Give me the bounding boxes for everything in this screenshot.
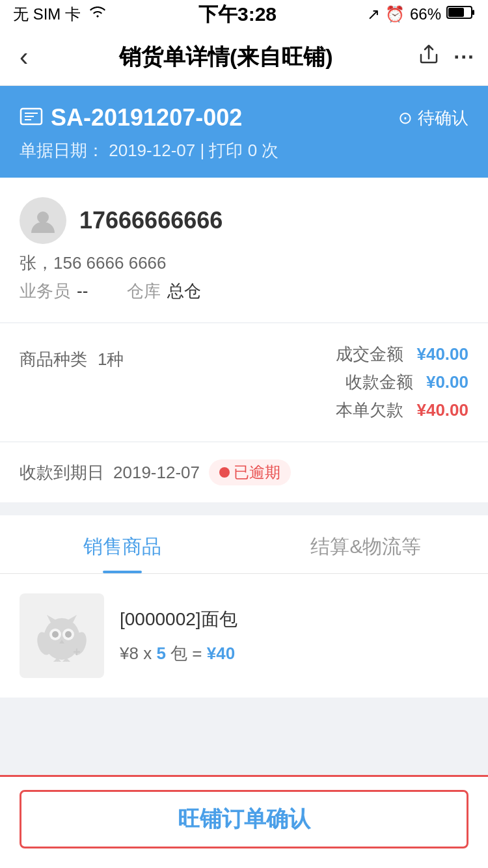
customer-phone: 17666666666 [79,207,223,234]
battery-label: 66% [410,5,441,23]
customer-row: 17666666666 [20,197,468,244]
time-display: 下午3:28 [198,1,277,28]
confirm-btn-container: 旺铺订单确认 [0,775,488,868]
product-type-value: 1种 [98,348,124,371]
amount-row: 成交金额 ¥40.00 [336,343,468,366]
total-price: ¥40 [207,644,235,663]
customer-meta: 业务员 -- 仓库 总仓 [20,280,468,303]
order-id-text: SA-20191207-002 [51,104,242,131]
product-type-label: 商品种类 [20,348,87,371]
confirm-order-button[interactable]: 旺铺订单确认 [20,790,468,848]
owed-label: 本单欠款 [336,399,403,422]
location-icon: ↗ [367,5,380,23]
customer-name-phone: 张，156 6666 6666 [20,252,468,275]
quantity: 5 [156,644,165,663]
salesman-label: 业务员 [20,280,70,303]
product-name: [0000002]面包 [120,607,468,632]
order-header: SA-20191207-002 ⊙ 待确认 单据日期： 2019-12-07 |… [0,86,488,178]
svg-rect-2 [448,8,464,17]
product-item: + [0000002]面包 ¥8 x 5 包 = ¥40 [0,574,488,698]
due-date-section: 收款到期日 2019-12-07 已逾期 [0,442,488,502]
equals-sign: = [192,644,206,663]
product-info: [0000002]面包 ¥8 x 5 包 = ¥40 [120,607,468,665]
wifi-icon [87,5,108,24]
order-icon [20,105,43,131]
warehouse-value: 总仓 [167,280,201,303]
nav-actions: ··· [417,43,475,72]
multiply-sign: x [143,644,156,663]
status-clock-icon: ⊙ [398,108,413,128]
customer-section: 17666666666 张，156 6666 6666 业务员 -- 仓库 总仓 [0,178,488,322]
svg-text:+: + [73,645,81,659]
salesman-value: -- [77,281,88,301]
nav-bar: ‹ 销货单详情(来自旺铺) ··· [0,29,488,86]
amount-value: ¥40.00 [416,344,468,364]
warehouse-label: 仓库 [127,280,161,303]
overdue-text: 已逾期 [234,462,280,483]
back-button[interactable]: ‹ [13,36,34,78]
customer-avatar [20,197,66,244]
received-value: ¥0.00 [426,372,468,392]
product-type: 商品种类 1种 [20,343,124,371]
due-date-value: 2019-12-07 [113,463,200,483]
owed-row: 本单欠款 ¥40.00 [336,399,468,422]
svg-point-7 [37,211,49,223]
overdue-dot-icon [219,467,230,478]
status-bar: 无 SIM 卡 下午3:28 ↗ ⏰ 66% [0,0,488,29]
received-label: 收款金额 [346,371,413,394]
received-row: 收款金额 ¥0.00 [346,371,468,394]
unit: 包 [170,644,187,663]
battery-icon [446,5,475,23]
more-icon[interactable]: ··· [454,45,475,69]
tab-settlement[interactable]: 结算&物流等 [244,515,488,573]
order-date: 单据日期： 2019-12-07 | 打印 0 次 [20,139,468,162]
order-status: ⊙ 待确认 [398,107,468,129]
product-price: ¥8 x 5 包 = ¥40 [120,642,468,665]
amount-label: 成交金额 [336,343,403,366]
warehouse-item: 仓库 总仓 [127,280,201,303]
page-title: 销货单详情(来自旺铺) [34,42,417,72]
status-right: ↗ ⏰ 66% [367,5,475,23]
svg-rect-1 [472,10,474,15]
order-id-row: SA-20191207-002 ⊙ 待确认 [20,104,468,131]
share-icon[interactable] [417,43,441,72]
svg-point-11 [52,631,59,638]
svg-point-12 [65,631,72,638]
unit-price: ¥8 [120,644,139,663]
status-text: 待确认 [418,107,468,129]
amounts: 成交金额 ¥40.00 收款金额 ¥0.00 本单欠款 ¥40.00 [336,343,468,422]
owed-value: ¥40.00 [416,400,468,420]
product-thumbnail: + [20,593,104,678]
tab-sales-products[interactable]: 销售商品 [0,515,244,573]
salesman-item: 业务员 -- [20,280,88,303]
order-id: SA-20191207-002 [20,104,242,131]
overdue-badge: 已逾期 [209,459,291,485]
tabs-row: 销售商品 结算&物流等 [0,515,488,574]
tabs-section: 销售商品 结算&物流等 [0,515,488,698]
status-left: 无 SIM 卡 [13,4,108,25]
summary-section: 商品种类 1种 成交金额 ¥40.00 收款金额 ¥0.00 本单欠款 ¥40.… [0,323,488,441]
due-date-label: 收款到期日 [20,461,104,484]
sim-status: 无 SIM 卡 [13,4,81,25]
alarm-icon: ⏰ [385,5,405,23]
